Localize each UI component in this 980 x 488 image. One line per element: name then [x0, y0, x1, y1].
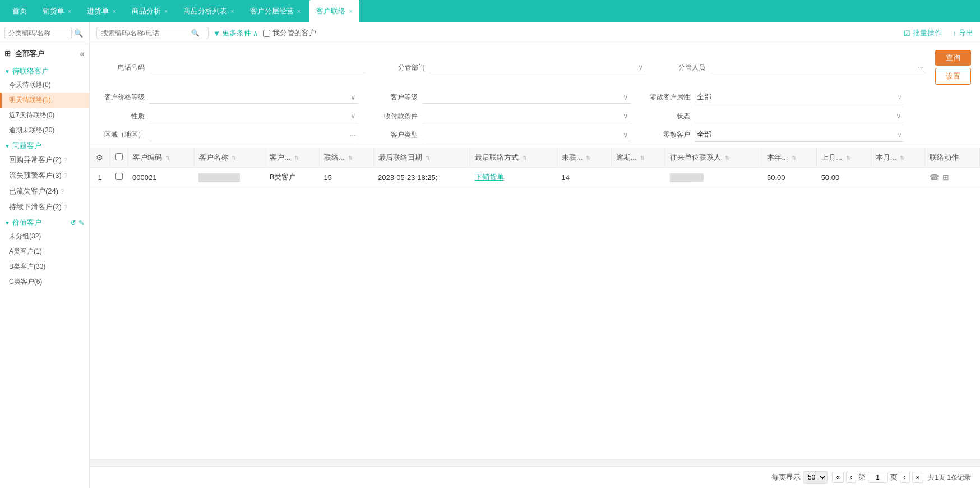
sidebar-group-pending[interactable]: ▼待联络客户: [0, 63, 89, 77]
customer-level-select[interactable]: ∨: [422, 91, 631, 104]
sort-icon-year[interactable]: ⇅: [792, 155, 796, 161]
th-this-month: 本月... ⇅: [871, 148, 925, 168]
row-checkbox[interactable]: [115, 173, 123, 180]
th-name: 客户名称 ⇅: [194, 148, 265, 168]
sort-icon-name[interactable]: ⇅: [232, 155, 236, 161]
sidebar-item-value-C类客户(6)[interactable]: C类客户(6): [0, 274, 89, 289]
status-select[interactable]: ∨: [695, 110, 904, 122]
phone-input[interactable]: [149, 62, 366, 73]
customer-level-label: 客户等级: [372, 93, 422, 102]
sort-icon-no-contact[interactable]: ⇅: [586, 155, 590, 161]
my-customer-checkbox[interactable]: [263, 30, 270, 37]
close-icon[interactable]: ×: [349, 8, 352, 15]
nav-item-首页[interactable]: 首页: [6, 0, 34, 22]
sidebar-all-customers[interactable]: ⊞ 全部客户 «: [0, 44, 89, 63]
retail-attr-select[interactable]: 全部 ∨: [695, 90, 904, 104]
sidebar-content: ▼待联络客户今天待联络(0)明天待联络(1)近7天待联络(0)逾期未联络(30)…: [0, 63, 89, 289]
col-overdue-label: 逾期...: [616, 153, 637, 162]
sidebar-item-problem-持续下滑客户(2)[interactable]: 持续下滑客户(2)?: [0, 199, 89, 215]
last-page-btn[interactable]: »: [912, 472, 924, 483]
th-last-date: 最后联络日期 ⇅: [373, 148, 470, 168]
close-icon[interactable]: ×: [68, 8, 71, 15]
sidebar-item-value-A类客户(1)[interactable]: A类客户(1): [0, 244, 89, 259]
payment-select[interactable]: ∨: [422, 110, 631, 122]
chevron-down-icon9: ∨: [898, 132, 902, 138]
nav-item-商品分析列表[interactable]: 商品分析列表×: [177, 0, 241, 22]
sidebar-search-input[interactable]: [4, 27, 72, 39]
dept-select[interactable]: ∨: [429, 61, 646, 73]
sidebar-item-problem-回购异常客户(2)[interactable]: 回购异常客户(2)?: [0, 152, 89, 168]
pagination-nav: « ‹ 第 页 › »: [832, 472, 923, 483]
action-grid-icon[interactable]: ⊞: [942, 173, 949, 182]
sort-icon-this-month[interactable]: ⇅: [900, 155, 904, 161]
search-input[interactable]: [101, 29, 191, 37]
sidebar-item-problem-已流失客户(24)[interactable]: 已流失客户(24)?: [0, 183, 89, 199]
dotdot-icon: ···: [918, 63, 924, 71]
next-page-btn[interactable]: ›: [900, 472, 910, 483]
nav-item-客户联络[interactable]: 客户联络×: [309, 0, 359, 22]
first-page-btn[interactable]: «: [832, 472, 844, 483]
page-input[interactable]: [868, 472, 888, 483]
search-icon[interactable]: 🔍: [191, 29, 200, 37]
per-page-select[interactable]: 50: [803, 471, 828, 484]
help-icon: ?: [64, 156, 67, 163]
select-all-checkbox[interactable]: [115, 153, 123, 160]
sidebar-item-pending-逾期未联络(30)[interactable]: 逾期未联络(30): [0, 123, 89, 138]
nature-select[interactable]: ∨: [149, 110, 358, 122]
sidebar-item-pending-明天待联络(1)[interactable]: 明天待联络(1): [0, 93, 89, 108]
sort-icon-code[interactable]: ⇅: [165, 155, 170, 161]
prev-page-btn[interactable]: ‹: [846, 472, 856, 483]
sidebar-all-label: ⊞ 全部客户: [4, 49, 44, 59]
bottom-scrollbar[interactable]: [90, 459, 980, 466]
sort-icon-method[interactable]: ⇅: [523, 155, 527, 161]
sort-icon-person[interactable]: ⇅: [725, 155, 729, 161]
nav-item-客户分层经营[interactable]: 客户分层经营×: [243, 0, 307, 22]
settings-icon[interactable]: ⚙: [96, 153, 103, 162]
sidebar-group-problem[interactable]: ▼问题客户: [0, 138, 89, 152]
export-btn[interactable]: ↑ 导出: [953, 28, 974, 38]
my-customer-check[interactable]: 我分管的客户: [263, 28, 316, 38]
customer-type-label: 客户类型: [372, 130, 422, 140]
customer-type-select[interactable]: ∨: [422, 129, 631, 141]
close-icon[interactable]: ×: [230, 8, 234, 15]
filter-btn[interactable]: ▼ 更多条件 ∧: [213, 28, 258, 38]
region-select[interactable]: ···: [149, 129, 358, 141]
manager-select[interactable]: ···: [710, 61, 926, 73]
table-row: 1000021████████B类客户152023-05-23 18:25:下销…: [90, 168, 980, 187]
sidebar-item-problem-流失预警客户(3)[interactable]: 流失预警客户(3)?: [0, 168, 89, 183]
sidebar-collapse-icon[interactable]: «: [80, 49, 85, 59]
refresh-icon[interactable]: ↺: [70, 219, 76, 227]
sort-icon-last-date[interactable]: ⇅: [426, 155, 430, 161]
sort-icon-overdue[interactable]: ⇅: [640, 155, 645, 161]
last-contact-method-link[interactable]: 下销货单: [475, 173, 504, 181]
close-icon[interactable]: ×: [164, 8, 168, 15]
nav-item-销货单[interactable]: 销货单×: [36, 0, 78, 22]
reset-button[interactable]: 设置: [935, 68, 971, 85]
batch-ops-btn[interactable]: ☑ 批量操作: [904, 28, 942, 38]
cell-checkbox: [110, 168, 128, 187]
filter-row-2: 客户价格等级 ∨ 客户等级 ∨ 零散客户属性 全部: [99, 90, 971, 104]
sidebar-item-pending-近7天待联络(0)[interactable]: 近7天待联络(0): [0, 108, 89, 123]
sidebar-item-pending-今天待联络(0)[interactable]: 今天待联络(0): [0, 77, 89, 93]
arrow-icon: ▼: [4, 143, 10, 149]
sidebar-group-value[interactable]: ▼价值客户↺✎: [0, 215, 89, 229]
retail-select[interactable]: 全部 ∨: [695, 128, 904, 142]
nav-item-商品分析[interactable]: 商品分析×: [125, 0, 174, 22]
edit-icon[interactable]: ✎: [78, 219, 85, 227]
dept-field: 分管部门 ∨: [379, 61, 646, 73]
sidebar-search-icon[interactable]: 🔍: [74, 29, 83, 38]
sidebar-item-value-B类客户(33)[interactable]: B类客户(33): [0, 259, 89, 274]
sort-icon-last-month[interactable]: ⇅: [846, 155, 850, 161]
sort-icon-contact[interactable]: ⇅: [348, 155, 353, 161]
search-bar: 🔍 ▼ 更多条件 ∧ 我分管的客户 ☑ 批量操作 ↑ 导出: [90, 22, 980, 44]
nav-item-进货单[interactable]: 进货单×: [80, 0, 122, 22]
price-level-select[interactable]: ∨: [149, 91, 358, 104]
sidebar-item-value-未分组(32)[interactable]: 未分组(32): [0, 229, 89, 244]
per-page-area: 每页显示 50: [771, 471, 828, 484]
query-button[interactable]: 查询: [935, 50, 971, 66]
region-label: 区域（地区）: [99, 130, 149, 140]
close-icon[interactable]: ×: [112, 8, 115, 15]
action-phone-icon[interactable]: ☎: [930, 173, 939, 182]
close-icon[interactable]: ×: [297, 8, 301, 15]
sort-icon-type[interactable]: ⇅: [294, 155, 299, 161]
